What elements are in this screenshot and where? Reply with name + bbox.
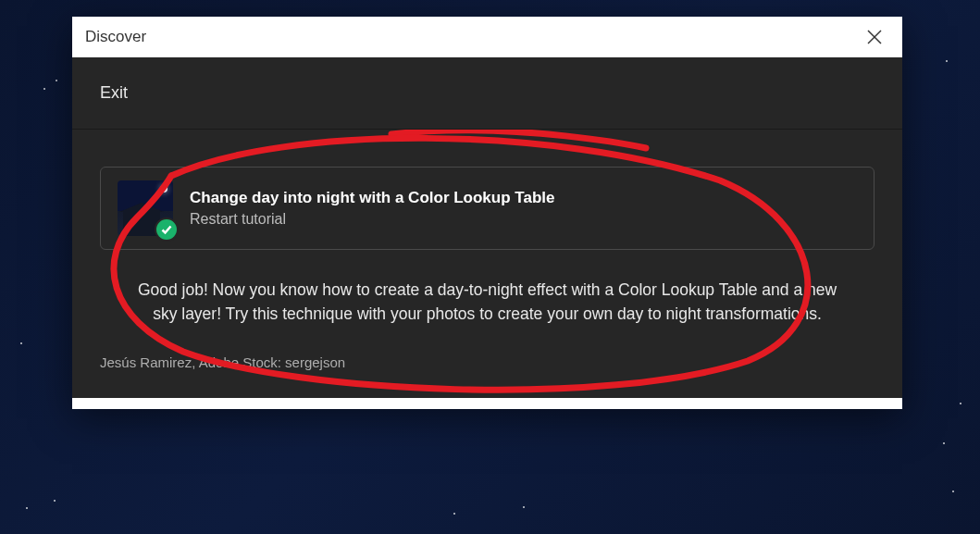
bg-star: [54, 500, 56, 502]
bg-star: [43, 88, 45, 90]
bg-star: [20, 342, 22, 344]
tutorial-thumbnail-wrap: [118, 180, 173, 236]
tutorial-card[interactable]: Change day into night with a Color Looku…: [100, 167, 875, 250]
bg-star: [943, 442, 945, 444]
tutorial-title: Change day into night with a Color Looku…: [190, 189, 554, 207]
modal-footer-gap: [72, 398, 902, 409]
content-area: Change day into night with a Color Looku…: [72, 130, 902, 398]
completion-message: Good job! Now you know how to create a d…: [127, 278, 849, 327]
restart-tutorial-link[interactable]: Restart tutorial: [190, 211, 554, 228]
thumb-moon: [160, 185, 167, 192]
modal-header: Discover: [72, 17, 902, 57]
credit-line: Jesús Ramirez, Adobe Stock: sergejson: [100, 354, 875, 370]
close-icon: [867, 30, 882, 44]
check-icon: [160, 223, 173, 236]
discover-modal: Discover Exit: [72, 17, 902, 409]
bg-star: [952, 491, 954, 492]
modal-body: Exit Change day into: [72, 57, 902, 398]
close-button[interactable]: [865, 28, 884, 46]
bg-star: [453, 513, 455, 515]
tutorial-text: Change day into night with a Color Looku…: [190, 189, 554, 228]
exit-bar: Exit: [72, 57, 902, 130]
bg-star: [26, 507, 28, 509]
completed-badge: [155, 217, 179, 242]
bg-star: [960, 403, 961, 404]
modal-title: Discover: [85, 28, 146, 46]
bg-star: [946, 60, 948, 62]
bg-star: [56, 80, 57, 81]
exit-link[interactable]: Exit: [100, 83, 128, 102]
bg-star: [523, 506, 525, 508]
thumb-roof: [119, 203, 164, 212]
